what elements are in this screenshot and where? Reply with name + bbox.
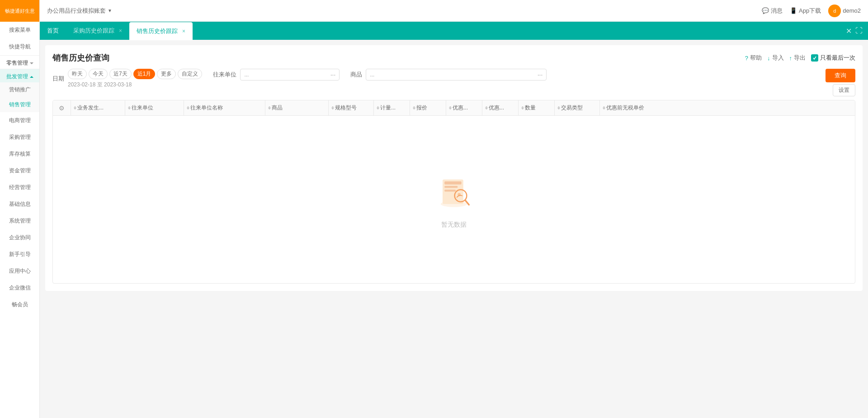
settings-button[interactable]: 设置 [833, 84, 855, 96]
only-last-label: 只看最后一次 [820, 54, 855, 62]
sidebar-item-quick-nav[interactable]: 快捷导航 [0, 38, 39, 55]
top-bar-left: 办公用品行业模拟账套 ▼ [47, 7, 112, 15]
import-button[interactable]: ↓ 导入 [767, 54, 784, 62]
date-range-text: 2023-02-18 至 2023-03-18 [68, 81, 202, 89]
top-bar: 办公用品行业模拟账套 ▼ 💬 消息 📱 App下载 d demo2 [40, 0, 868, 22]
sidebar-item-label: 企业协同 [2, 234, 38, 242]
page-title: 销售历史价查询 [52, 52, 109, 63]
export-label: 导出 [794, 54, 806, 62]
chevron-down-icon [30, 62, 33, 64]
app-download-button[interactable]: 📱 App下载 [790, 7, 821, 15]
date-btn-more[interactable]: 更多 [157, 69, 176, 79]
th-trade-type[interactable]: 交易类型 [555, 100, 600, 115]
tab-purchase-history-label: 采购历史价跟踪 [73, 27, 114, 35]
product-input[interactable]: ... ··· [366, 69, 547, 81]
sidebar-item-new-guide[interactable]: 新手引导 [0, 246, 39, 263]
sort-down-icon [74, 108, 76, 109]
date-btn-yesterday[interactable]: 昨天 [68, 69, 87, 79]
export-button[interactable]: ↑ 导出 [789, 54, 806, 62]
sidebar-item-label: 搜索菜单 [2, 26, 38, 34]
sort-up-icon [485, 106, 488, 108]
sidebar-item-finance-mgmt[interactable]: 资金管理 [0, 162, 39, 179]
th-unit[interactable]: 计量... [374, 100, 410, 115]
help-button[interactable]: ? 帮助 [745, 54, 762, 62]
sidebar-item-wholesale-mgmt[interactable]: 批发管理 [0, 69, 39, 82]
date-btn-custom[interactable]: 自定义 [178, 69, 202, 79]
close-icon[interactable]: × [182, 28, 185, 34]
th-discount2[interactable]: 优惠... [482, 100, 519, 115]
th-tax-price[interactable]: 优惠前无税单价 [600, 100, 855, 115]
query-button[interactable]: 查询 [826, 69, 855, 82]
sort-up-icon [603, 106, 605, 108]
th-date[interactable]: 业务发生... [71, 100, 125, 115]
app-selector[interactable]: 办公用品行业模拟账套 ▼ [47, 7, 112, 15]
th-partner-name[interactable]: 往来单位名称 [184, 100, 265, 115]
sidebar-item-member[interactable]: 畅会员 [0, 296, 39, 313]
sidebar-item-marketing[interactable]: 营销推广 [0, 82, 39, 97]
sidebar-item-sys-mgmt[interactable]: 系统管理 [0, 213, 39, 229]
gear-icon: ⚙ [59, 104, 65, 112]
sidebar-item-inventory[interactable]: 库存核算 [0, 146, 39, 162]
sidebar-item-enterprise[interactable]: 企业协同 [0, 229, 39, 246]
sidebar-item-label: 库存核算 [2, 150, 38, 158]
th-discount1-label: 优惠... [453, 104, 468, 112]
partner-input-icon: ··· [330, 71, 336, 78]
sidebar-item-label: 零售管理 [6, 59, 28, 67]
th-product[interactable]: 商品 [265, 100, 329, 115]
username: demo2 [843, 7, 861, 14]
date-btn-today[interactable]: 今天 [89, 69, 108, 79]
tab-sales-history[interactable]: 销售历史价跟踪 × [129, 22, 193, 40]
date-btn-1month[interactable]: 近1月 [133, 69, 156, 79]
sidebar-item-ecom-mgmt[interactable]: 电商管理 [0, 112, 39, 129]
chevron-up-icon [30, 76, 33, 78]
empty-illustration [431, 170, 476, 215]
sidebar-item-label: 经营管理 [2, 184, 38, 191]
sort-up-icon [521, 106, 524, 108]
logo-text: 畅捷通好生意 [5, 8, 35, 14]
th-spec[interactable]: 规格型号 [329, 100, 374, 115]
partner-placeholder: ... [244, 71, 330, 78]
page-container: 销售历史价查询 ? 帮助 ↓ 导入 ↑ 导出 [45, 45, 863, 291]
sidebar-item-retail-mgmt[interactable]: 零售管理 [0, 55, 39, 69]
close-tab-button[interactable]: ✕ [846, 27, 852, 35]
user-menu[interactable]: d demo2 [828, 5, 861, 17]
sort-down-icon [377, 108, 379, 109]
close-icon[interactable]: × [119, 28, 122, 34]
th-price[interactable]: 报价 [410, 100, 446, 115]
sidebar-item-app-center[interactable]: 应用中心 [0, 263, 39, 280]
th-gear[interactable]: ⚙ [53, 100, 71, 115]
sidebar-item-sales-mgmt[interactable]: 销售管理 [0, 97, 39, 112]
sort-down-icon [128, 108, 131, 109]
help-icon: ? [745, 55, 748, 62]
th-partner-id[interactable]: 往来单位 [125, 100, 184, 115]
maximize-button[interactable]: ⛶ [855, 27, 863, 35]
th-qty[interactable]: 数量 [519, 100, 555, 115]
sidebar-item-enterprise-wechat[interactable]: 企业微信 [0, 280, 39, 296]
date-btn-7days[interactable]: 近7天 [109, 69, 132, 79]
partner-input[interactable]: ... ··· [240, 69, 340, 81]
svg-rect-3 [444, 186, 458, 188]
th-price-label: 报价 [416, 104, 427, 112]
empty-text: 暂无数据 [441, 221, 467, 229]
tab-home[interactable]: 首页 [40, 22, 66, 40]
tab-purchase-history[interactable]: 采购历史价跟踪 × [66, 22, 129, 40]
th-discount1[interactable]: 优惠... [446, 100, 482, 115]
sort-icons [413, 106, 415, 109]
filter-right: 查询 设置 [826, 69, 855, 96]
import-icon: ↓ [767, 55, 770, 62]
sidebar: 畅捷通好生意 搜索菜单 快捷导航 零售管理 批发管理 营销推广 销售管理 电商管… [0, 0, 40, 418]
svg-rect-4 [444, 190, 456, 191]
sidebar-item-search-menu[interactable]: 搜索菜单 [0, 22, 39, 38]
sidebar-item-ops-mgmt[interactable]: 经营管理 [0, 179, 39, 196]
only-last-checkbox-area[interactable]: 只看最后一次 [811, 54, 855, 62]
sidebar-item-purchase-mgmt[interactable]: 采购管理 [0, 129, 39, 146]
product-placeholder: ... [370, 71, 537, 78]
sort-up-icon [557, 106, 560, 108]
sort-up-icon [331, 106, 334, 108]
sidebar-item-basic-info[interactable]: 基础信息 [0, 196, 39, 213]
message-button[interactable]: 💬 消息 [762, 7, 783, 15]
tab-sales-history-label: 销售历史价跟踪 [137, 27, 178, 35]
sort-icons [268, 106, 271, 109]
filter-section: 日期 昨天 今天 近7天 近1月 更多 自定义 2023-02-18 至 202… [52, 69, 855, 96]
sort-icons [128, 106, 131, 109]
